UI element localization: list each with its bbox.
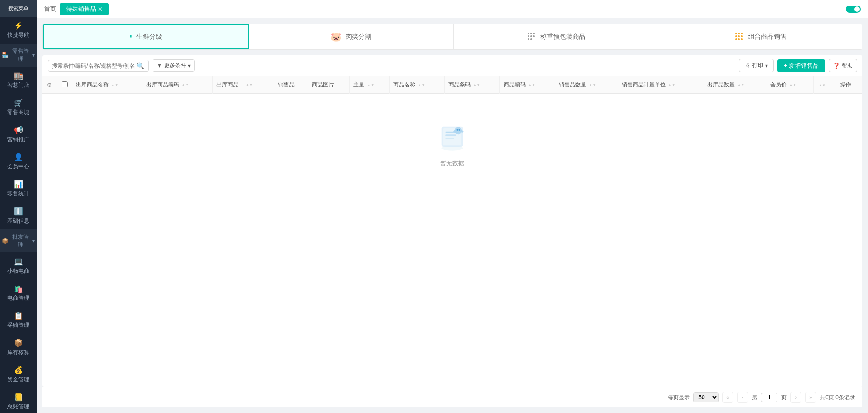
toolbar-right: 🖨 打印 ▾ + 新增销售品 ❓ 帮助 bbox=[739, 59, 857, 72]
first-page-button[interactable]: « bbox=[722, 392, 733, 403]
sidebar-item-general-ledger[interactable]: 📒 总账管理 bbox=[0, 388, 37, 413]
sidebar-item-label: 智慧门店 bbox=[7, 81, 29, 89]
sidebar-item-retail-mall[interactable]: 🛒 零售商城 bbox=[0, 94, 37, 121]
sidebar-item-label: 电商管理 bbox=[7, 294, 29, 302]
sidebar-item-label: 零售统计 bbox=[7, 190, 29, 198]
next-page-icon: › bbox=[795, 395, 797, 400]
combo-sale-icon bbox=[733, 31, 744, 43]
sidebar-logo-text: 搜索菜单 bbox=[8, 5, 28, 12]
print-button[interactable]: 🖨 打印 ▾ bbox=[739, 59, 774, 72]
topbar-right bbox=[846, 6, 861, 13]
wholesale-mgmt-icon: 📦 bbox=[2, 238, 9, 244]
svg-point-16 bbox=[741, 38, 743, 40]
tab-fresh-grade[interactable]: ⠿ 生鲜分级 bbox=[43, 24, 249, 49]
page-number-input[interactable] bbox=[761, 393, 777, 402]
sidebar-item-label: 资金管理 bbox=[7, 376, 29, 384]
help-button-label: 帮助 bbox=[842, 62, 853, 69]
sort-icon: ▲▼ bbox=[473, 83, 480, 87]
home-link[interactable]: 首页 bbox=[44, 5, 56, 13]
out-product-code-header[interactable]: 出库商品编码 ▲▼ bbox=[142, 76, 212, 94]
sidebar-item-retail-mgmt[interactable]: 🏪 零售管理 ▾ bbox=[0, 44, 37, 67]
filter-button-label: 更多条件 bbox=[164, 62, 186, 69]
micro-store-icon: 💻 bbox=[14, 257, 23, 266]
out-qty-header[interactable]: 出库品数量 ▲▼ bbox=[703, 76, 766, 94]
mode-toggle[interactable] bbox=[846, 6, 861, 13]
page-size-select[interactable]: 50 10 20 100 bbox=[693, 392, 719, 402]
empty-state-text: 暂无数据 bbox=[440, 159, 464, 167]
sidebar-item-member-center[interactable]: 👤 会员中心 bbox=[0, 148, 37, 175]
chevron-down-icon: ▾ bbox=[32, 52, 35, 58]
sidebar-item-smart-store[interactable]: 🏬 智慧门店 bbox=[0, 67, 37, 94]
sidebar-item-inventory[interactable]: 📦 库存核算 bbox=[0, 334, 37, 361]
next-page-button[interactable]: › bbox=[790, 392, 801, 403]
tab-meat-cut[interactable]: 🐷 肉类分割 bbox=[249, 24, 453, 49]
empty-state-row: 暂无数据 bbox=[42, 94, 862, 195]
checkbox-column-header[interactable] bbox=[57, 76, 72, 94]
svg-point-26 bbox=[457, 130, 458, 130]
svg-point-0 bbox=[528, 33, 529, 34]
sidebar-item-basic-info[interactable]: ℹ️ 基础信息 bbox=[0, 202, 37, 229]
product-name-header[interactable]: 商品名称 ▲▼ bbox=[389, 76, 444, 94]
ecommerce-mgmt-icon: 🛍️ bbox=[14, 284, 23, 293]
sidebar-item-label: 快捷导航 bbox=[7, 31, 29, 39]
search-icon[interactable]: 🔍 bbox=[136, 62, 144, 69]
settings-column-header[interactable]: ⚙ bbox=[42, 76, 57, 94]
product-barcode-header[interactable]: 商品条码 ▲▼ bbox=[444, 76, 499, 94]
table-body: 暂无数据 bbox=[42, 94, 862, 195]
add-sales-product-button[interactable]: + 新增销售品 bbox=[777, 59, 825, 72]
prev-page-icon: ‹ bbox=[742, 395, 743, 400]
filter-icon: ▼ bbox=[157, 63, 162, 69]
svg-point-9 bbox=[738, 33, 740, 34]
member-price-header[interactable]: 会员价 ▲▼ bbox=[766, 76, 814, 94]
select-all-checkbox[interactable] bbox=[62, 81, 68, 87]
page-label: 第 bbox=[752, 394, 757, 402]
print-button-label: 打印 bbox=[752, 62, 763, 69]
main-weight-header[interactable]: 主量 ▲▼ bbox=[350, 76, 390, 94]
sales-unit-header[interactable]: 销售商品计量单位 ▲▼ bbox=[618, 76, 703, 94]
empty-state: 暂无数据 bbox=[42, 94, 862, 195]
help-icon: ❓ bbox=[833, 63, 840, 69]
printer-icon: 🖨 bbox=[745, 63, 750, 69]
sidebar-item-sales-promo[interactable]: 📢 营销推广 bbox=[0, 121, 37, 148]
sidebar-logo: 搜索菜单 bbox=[0, 0, 37, 17]
tab-close-button[interactable]: ✕ bbox=[98, 6, 102, 12]
tab-combo-sale[interactable]: 组合商品销售 bbox=[658, 24, 862, 49]
sidebar-item-quick-nav[interactable]: ⚡ 快捷导航 bbox=[0, 17, 37, 44]
prev-page-button[interactable]: ‹ bbox=[737, 392, 748, 403]
svg-rect-21 bbox=[446, 134, 456, 136]
svg-point-5 bbox=[533, 35, 535, 37]
sidebar-item-wholesale-mgmt[interactable]: 📦 批发管理 ▾ bbox=[0, 229, 37, 252]
tab-weigh-pack[interactable]: 称重预包装商品 bbox=[454, 24, 658, 49]
main-content: 首页 特殊销售品 ✕ ⠿ 生鲜分级 🐷 肉类分割 bbox=[37, 0, 868, 413]
tab-meat-cut-label: 肉类分割 bbox=[346, 33, 371, 41]
weigh-pack-icon bbox=[526, 31, 537, 43]
search-box[interactable]: 🔍 bbox=[48, 60, 149, 72]
retail-mall-icon: 🛒 bbox=[14, 98, 23, 107]
sidebar-item-label: 库存核算 bbox=[7, 349, 29, 356]
svg-point-1 bbox=[530, 33, 532, 34]
tab-weigh-pack-label: 称重预包装商品 bbox=[540, 33, 585, 41]
svg-point-8 bbox=[735, 33, 737, 34]
chevron-down-icon: ▾ bbox=[188, 63, 191, 69]
help-button[interactable]: ❓ 帮助 bbox=[829, 59, 857, 72]
chevron-down-icon: ▾ bbox=[32, 238, 35, 244]
sidebar-item-retail-stats[interactable]: 📊 零售统计 bbox=[0, 175, 37, 202]
filter-button[interactable]: ▼ 更多条件 ▾ bbox=[153, 59, 195, 72]
sidebar-item-micro-store[interactable]: 💻 小畅电商 bbox=[0, 252, 37, 280]
sales-qty-header[interactable]: 销售品数量 ▲▼ bbox=[555, 76, 618, 94]
svg-point-2 bbox=[533, 33, 535, 34]
out-product-more-header[interactable]: 出库商品... ▲▼ bbox=[213, 76, 274, 94]
active-tab-label: 特殊销售品 bbox=[66, 5, 96, 13]
sidebar-item-purchase-mgmt[interactable]: 📋 采购管理 bbox=[0, 307, 37, 334]
sort-icon: ▲▼ bbox=[418, 83, 425, 87]
more-column-header[interactable]: ▲▼ bbox=[814, 76, 836, 94]
sidebar-item-ecommerce-mgmt[interactable]: 🛍️ 电商管理 bbox=[0, 280, 37, 307]
sort-icon: ▲▼ bbox=[738, 83, 745, 87]
sidebar-item-finance-mgmt[interactable]: 💰 资金管理 bbox=[0, 361, 37, 388]
out-product-name-header[interactable]: 出库商品名称 ▲▼ bbox=[72, 76, 142, 94]
search-input[interactable] bbox=[52, 63, 135, 69]
active-tab[interactable]: 特殊销售品 ✕ bbox=[60, 3, 109, 15]
product-code-header[interactable]: 商品编码 ▲▼ bbox=[499, 76, 555, 94]
last-page-button[interactable]: » bbox=[805, 392, 816, 403]
operation-header: 操作 bbox=[836, 76, 862, 94]
